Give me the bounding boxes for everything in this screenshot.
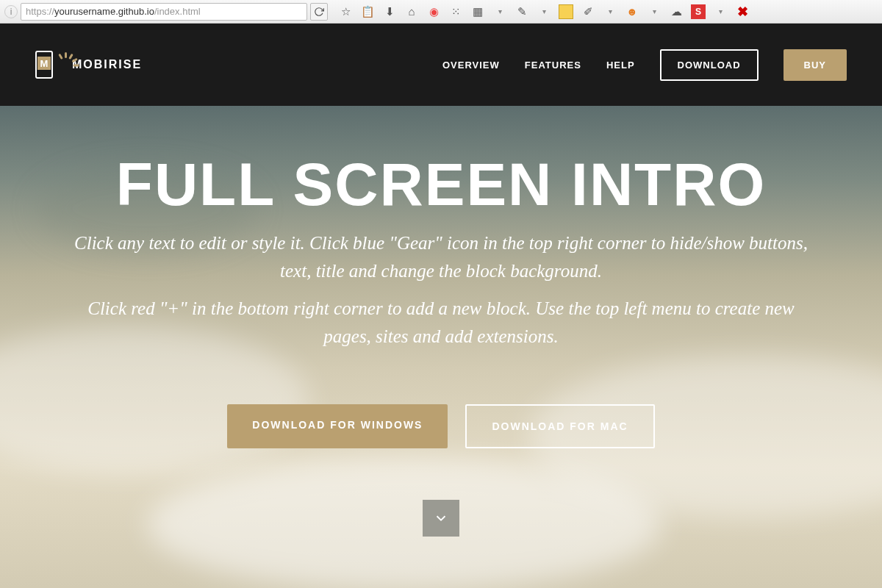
brand-name: MOBIRISE xyxy=(72,58,142,71)
site-header: M MOBIRISE OVERVIEW FEATURES HELP DOWNLO… xyxy=(0,24,882,106)
star-icon[interactable]: ☆ xyxy=(338,4,353,19)
chat-icon[interactable]: ☁ xyxy=(669,4,684,19)
nav-help[interactable]: HELP xyxy=(606,60,635,71)
scroll-down-button[interactable] xyxy=(423,500,459,537)
archive-icon[interactable]: ▦ xyxy=(470,4,485,19)
brush-icon[interactable]: ✎ xyxy=(514,4,529,19)
dropdown-icon[interactable]: ▾ xyxy=(603,4,617,19)
hero-section: FULL SCREEN INTRO Click any text to edit… xyxy=(0,106,882,588)
nav-download-button[interactable]: DOWNLOAD xyxy=(660,49,759,81)
ruler-icon[interactable] xyxy=(559,4,573,19)
browser-toolbar: i https:// yourusername.github.io /index… xyxy=(0,0,882,24)
home-icon[interactable]: ⌂ xyxy=(404,4,419,19)
nav-features[interactable]: FEATURES xyxy=(525,60,581,71)
cloud-decoration xyxy=(147,459,662,588)
hero-subtitle-1[interactable]: Click any text to edit or style it. Clic… xyxy=(66,229,816,284)
colors-icon[interactable]: ⁙ xyxy=(448,4,463,19)
nav-buy-button[interactable]: BUY xyxy=(784,49,847,81)
s-extension-icon[interactable]: S xyxy=(691,4,706,19)
duckduckgo-icon[interactable]: ◉ xyxy=(426,4,441,19)
x-extension-icon[interactable]: ✖ xyxy=(735,4,750,19)
brand-logo[interactable]: M MOBIRISE xyxy=(35,48,142,82)
main-nav: OVERVIEW FEATURES HELP DOWNLOAD BUY xyxy=(442,49,847,81)
download-arrow-icon[interactable]: ⬇ xyxy=(382,4,397,19)
dropdown-icon[interactable]: ▾ xyxy=(492,4,507,19)
mobirise-logo-icon: M xyxy=(35,48,62,82)
nav-overview[interactable]: OVERVIEW xyxy=(442,60,500,71)
hero-title[interactable]: FULL SCREEN INTRO xyxy=(116,150,766,219)
hero-buttons: DOWNLOAD FOR WINDOWS DOWNLOAD FOR MAC xyxy=(227,404,654,448)
url-path: /index.html xyxy=(154,6,201,17)
clipboard-icon[interactable]: 📋 xyxy=(360,4,375,19)
chevron-down-icon xyxy=(433,510,449,526)
dropdown-icon[interactable]: ▾ xyxy=(647,4,662,19)
dropdown-icon[interactable]: ▾ xyxy=(713,4,728,19)
address-bar[interactable]: https:// yourusername.github.io /index.h… xyxy=(21,3,307,21)
info-icon[interactable]: i xyxy=(4,5,18,18)
url-scheme: https:// xyxy=(26,6,54,17)
download-windows-button[interactable]: DOWNLOAD FOR WINDOWS xyxy=(227,404,448,448)
browser-toolbar-icons: ☆ 📋 ⬇ ⌂ ◉ ⁙ ▦ ▾ ✎ ▾ ✐ ▾ ☻ ▾ ☁ S ▾ ✖ xyxy=(338,4,750,19)
hero-subtitle-2[interactable]: Click red "+" in the bottom right corner… xyxy=(66,295,816,350)
url-host: yourusername.github.io xyxy=(54,6,154,17)
monkey-icon[interactable]: ☻ xyxy=(625,4,639,19)
dropdown-icon[interactable]: ▾ xyxy=(537,4,551,19)
reload-button[interactable] xyxy=(310,3,328,21)
eyedropper-icon[interactable]: ✐ xyxy=(581,4,595,19)
download-mac-button[interactable]: DOWNLOAD FOR MAC xyxy=(465,404,654,448)
